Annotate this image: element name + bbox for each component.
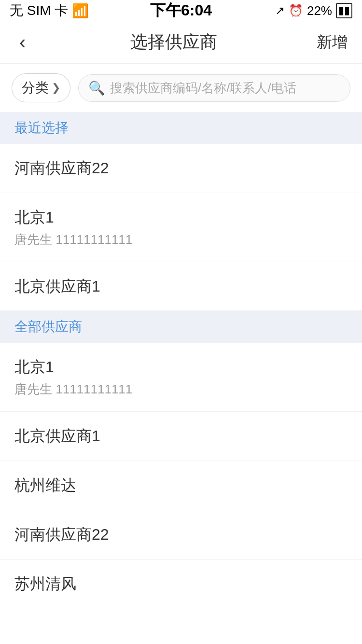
item-name: 河南供应商22	[14, 524, 348, 546]
item-name: 北京供应商1	[14, 425, 348, 447]
filter-bar: 分类 ❯ 🔍 搜索供应商编码/名称/联系人/电话	[0, 64, 362, 112]
item-name: 北京1	[14, 207, 348, 228]
item-name: 北京1	[14, 356, 348, 378]
category-button[interactable]: 分类 ❯	[12, 73, 70, 102]
alarm-icon: ⏰	[289, 4, 303, 17]
nav-bar: ‹ 选择供应商 新增	[0, 21, 362, 64]
status-time: 下午6:04	[150, 0, 212, 21]
recent-items-list: 河南供应商22北京1唐先生 11111111111北京供应商1	[0, 144, 362, 311]
recent-list-item[interactable]: 北京供应商1	[0, 262, 362, 311]
back-button[interactable]: ‹	[14, 27, 30, 58]
all-list-item[interactable]: 杭州维达	[0, 461, 362, 510]
item-sub: 唐先生 11111111111	[14, 231, 348, 248]
search-icon: 🔍	[88, 80, 105, 96]
all-list-item[interactable]: 北京供应商1	[0, 412, 362, 461]
recent-section-header: 最近选择	[0, 112, 362, 144]
item-name: 北京供应商1	[14, 276, 348, 297]
all-section-title: 全部供应商	[14, 319, 82, 334]
wifi-icon: 📶	[72, 3, 89, 19]
all-items-list: 北京1唐先生 11111111111北京供应商1杭州维达河南供应商22苏州清风	[0, 343, 362, 608]
battery-icon: ▮▮	[336, 3, 352, 18]
no-sim-text: 无 SIM 卡	[10, 1, 68, 20]
location-icon: ↗	[275, 4, 285, 17]
status-right: ↗ ⏰ 22% ▮▮	[275, 3, 352, 18]
item-name: 河南供应商22	[14, 157, 348, 179]
recent-section-title: 最近选择	[14, 120, 69, 135]
status-left: 无 SIM 卡 📶	[10, 1, 89, 20]
all-section-header: 全部供应商	[0, 311, 362, 343]
page-title: 选择供应商	[130, 30, 217, 54]
item-sub: 唐先生 11111111111	[14, 381, 348, 398]
recent-list-item[interactable]: 北京1唐先生 11111111111	[0, 193, 362, 262]
search-input-wrap[interactable]: 🔍 搜索供应商编码/名称/联系人/电话	[78, 74, 350, 102]
recent-list-item[interactable]: 河南供应商22	[0, 144, 362, 193]
all-list-item[interactable]: 苏州清风	[0, 560, 362, 609]
all-list-item[interactable]: 北京1唐先生 11111111111	[0, 343, 362, 412]
search-placeholder: 搜索供应商编码/名称/联系人/电话	[110, 80, 296, 97]
all-list-item[interactable]: 河南供应商22	[0, 510, 362, 560]
chevron-right-icon: ❯	[52, 82, 60, 94]
battery-text: 22%	[307, 3, 332, 18]
add-button[interactable]: 新增	[317, 32, 348, 53]
category-label: 分类	[22, 79, 49, 97]
item-name: 杭州维达	[14, 475, 348, 496]
item-name: 苏州清风	[14, 573, 348, 595]
status-bar: 无 SIM 卡 📶 下午6:04 ↗ ⏰ 22% ▮▮	[0, 0, 362, 21]
